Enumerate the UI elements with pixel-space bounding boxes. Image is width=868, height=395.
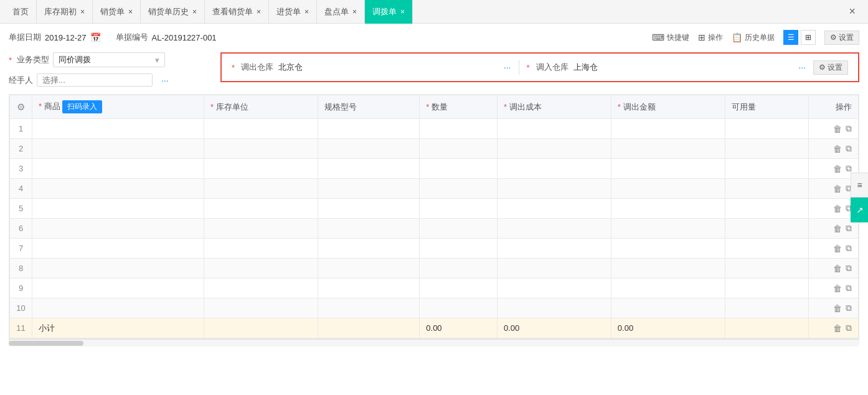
qty-cell[interactable] (420, 139, 498, 159)
copy-icon[interactable]: ⧉ (846, 323, 852, 333)
qty-cell[interactable] (420, 159, 498, 179)
delete-icon[interactable]: 🗑 (833, 184, 842, 194)
amount-cell[interactable] (611, 179, 725, 199)
amount-cell[interactable] (611, 298, 725, 318)
amount-cell[interactable] (611, 239, 725, 259)
delete-icon[interactable]: 🗑 (833, 323, 842, 333)
amount-cell[interactable] (611, 159, 725, 179)
unit-cell[interactable] (204, 298, 318, 318)
unit-cell[interactable] (204, 179, 318, 199)
product-cell[interactable] (32, 199, 204, 219)
product-cell[interactable] (32, 278, 204, 298)
product-cell[interactable] (32, 159, 204, 179)
tab-close-purchase[interactable]: × (304, 7, 309, 16)
handler-input[interactable] (37, 74, 153, 87)
amount-cell[interactable] (611, 278, 725, 298)
cost-cell[interactable] (497, 239, 611, 259)
qty-cell[interactable] (420, 278, 498, 298)
tab-home[interactable]: 首页 (5, 0, 37, 24)
tab-close-view-sales[interactable]: × (257, 7, 261, 16)
handler-more-icon[interactable]: ··· (161, 75, 169, 85)
list-view-button[interactable]: ☰ (783, 30, 798, 45)
tab-close-init-stock[interactable]: × (80, 7, 85, 16)
shortcut-button[interactable]: ⌨ 快捷键 (652, 32, 689, 43)
unit-cell[interactable] (204, 239, 318, 259)
qty-cell[interactable] (420, 239, 498, 259)
cost-cell[interactable] (497, 199, 611, 219)
spec-cell[interactable] (318, 179, 419, 199)
unit-cell[interactable] (204, 278, 318, 298)
calendar-icon[interactable]: 📅 (90, 32, 101, 42)
cost-cell[interactable] (497, 139, 611, 159)
delete-icon[interactable]: 🗑 (833, 144, 842, 154)
business-type-select[interactable]: 同价调拨 ▾ (53, 52, 165, 67)
cost-cell[interactable] (497, 179, 611, 199)
tab-view-sales[interactable]: 查看销货单 × (205, 0, 269, 24)
spec-cell[interactable] (318, 199, 419, 219)
spec-cell[interactable] (318, 239, 419, 259)
out-warehouse-more-icon[interactable]: ··· (504, 62, 511, 72)
delete-icon[interactable]: 🗑 (833, 124, 842, 134)
spec-cell[interactable] (318, 298, 419, 318)
tab-sales-history[interactable]: 销货单历史 × (141, 0, 205, 24)
copy-icon[interactable]: ⧉ (846, 263, 852, 274)
unit-cell[interactable] (204, 259, 318, 278)
qty-cell[interactable] (420, 298, 498, 318)
unit-cell[interactable] (204, 139, 318, 159)
delete-icon[interactable]: 🗑 (833, 264, 842, 274)
product-cell[interactable] (32, 219, 204, 239)
horizontal-scrollbar[interactable] (9, 339, 859, 346)
scan-entry-button[interactable]: 扫码录入 (62, 100, 102, 113)
tab-close-transfer[interactable]: × (400, 7, 405, 16)
spec-cell[interactable] (318, 278, 419, 298)
product-cell[interactable] (32, 179, 204, 199)
cost-cell[interactable] (497, 159, 611, 179)
tab-close-sales-history[interactable]: × (192, 7, 197, 16)
scrollbar-thumb[interactable] (9, 341, 83, 346)
amount-cell[interactable] (611, 219, 725, 239)
settings-button[interactable]: ⚙ 设置 (824, 31, 859, 45)
copy-icon[interactable]: ⧉ (846, 303, 852, 313)
cost-cell[interactable] (497, 278, 611, 298)
qty-cell[interactable] (420, 179, 498, 199)
product-cell[interactable] (32, 298, 204, 318)
spec-cell[interactable] (318, 119, 419, 139)
tab-inventory[interactable]: 盘点单 × (317, 0, 365, 24)
cost-cell[interactable] (497, 219, 611, 239)
delete-icon[interactable]: 🗑 (833, 164, 842, 174)
copy-icon[interactable]: ⧉ (846, 123, 852, 134)
qty-cell[interactable] (420, 219, 498, 239)
product-cell[interactable] (32, 139, 204, 159)
tab-close-inventory[interactable]: × (352, 7, 357, 16)
amount-cell[interactable] (611, 199, 725, 219)
qty-cell[interactable] (420, 259, 498, 278)
product-cell[interactable] (32, 239, 204, 259)
spec-cell[interactable] (318, 259, 419, 278)
tab-init-stock[interactable]: 库存期初 × (37, 0, 93, 24)
side-list-button[interactable]: ≡ (851, 173, 868, 198)
copy-icon[interactable]: ⧉ (846, 143, 852, 154)
delete-icon[interactable]: 🗑 (833, 204, 842, 214)
tab-sales-order[interactable]: 销货单 × (93, 0, 141, 24)
in-warehouse-more-icon[interactable]: ··· (798, 62, 806, 72)
delete-icon[interactable]: 🗑 (833, 283, 842, 293)
spec-cell[interactable] (318, 159, 419, 179)
amount-cell[interactable] (611, 259, 725, 278)
product-cell[interactable] (32, 119, 204, 139)
operation-button[interactable]: ⊞ 操作 (698, 32, 723, 43)
column-settings-icon[interactable]: ⚙ (17, 102, 25, 112)
amount-cell[interactable] (611, 119, 725, 139)
amount-cell[interactable] (611, 139, 725, 159)
delete-icon[interactable]: 🗑 (833, 244, 842, 254)
copy-icon[interactable]: ⧉ (846, 223, 852, 234)
side-export-button[interactable]: ↗ (851, 198, 868, 222)
copy-icon[interactable]: ⧉ (846, 283, 852, 293)
unit-cell[interactable] (204, 119, 318, 139)
spec-cell[interactable] (318, 139, 419, 159)
spec-cell[interactable] (318, 219, 419, 239)
cost-cell[interactable] (497, 298, 611, 318)
unit-cell[interactable] (204, 219, 318, 239)
delete-icon[interactable]: 🗑 (833, 303, 842, 313)
cost-cell[interactable] (497, 259, 611, 278)
tab-close-sales-order[interactable]: × (128, 7, 133, 16)
